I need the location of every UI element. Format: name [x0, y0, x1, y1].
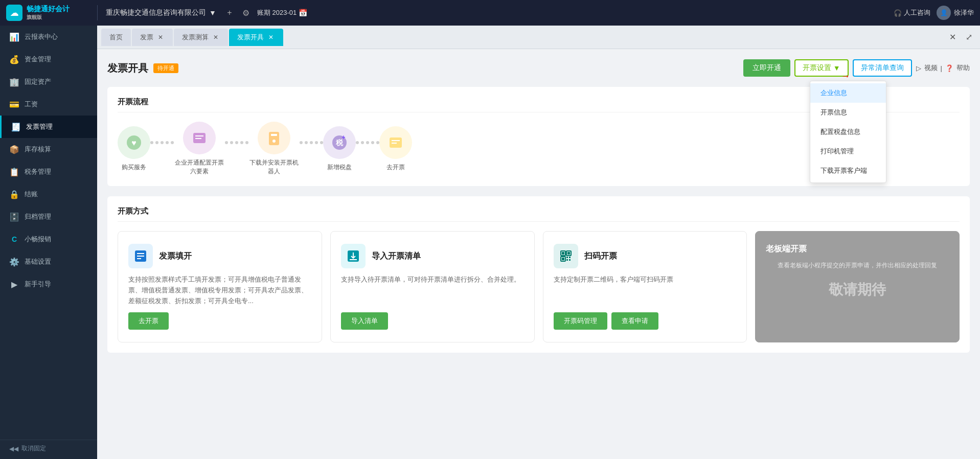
method-card-boss: 老板端开票 查看老板端小程序提交的开票申请，并作出相应的处理回复 敬请期待 [755, 231, 960, 342]
fill-invoice-icon [128, 244, 153, 268]
settings-icon[interactable]: ⚙ [239, 6, 253, 20]
svg-rect-28 [566, 259, 568, 261]
invoice-settings-button[interactable]: 开票设置 ▼ [794, 59, 849, 77]
sidebar: 📊 云报表中心 💰 资金管理 🏢 固定资产 💳 工资 🧾 发票管理 [0, 26, 97, 459]
method-fill-title: 发票填开 [159, 251, 192, 262]
sidebar-item-jichushezhi[interactable]: ⚙️ 基础设置 [0, 250, 97, 273]
tab-fapiao-close[interactable]: ✕ [156, 33, 165, 41]
step2-icon [183, 122, 216, 154]
dropdown-arrow: → [841, 71, 850, 82]
sidebar-item-guidang[interactable]: 🗄️ 归档管理 [0, 205, 97, 228]
method-qr-title: 扫码开票 [584, 251, 617, 262]
tab-maximize-button[interactable]: ⤢ [962, 30, 976, 44]
sidebar-label: 资金管理 [25, 55, 51, 64]
add-tab-button[interactable]: + [222, 6, 237, 20]
main-layout: 📊 云报表中心 💰 资金管理 🏢 固定资产 💳 工资 🧾 发票管理 [0, 26, 980, 459]
chart-icon: 📊 [9, 32, 19, 42]
connector-3 [300, 141, 323, 144]
qr-buttons: 开票码管理 查看申请 [554, 312, 737, 330]
svg-rect-25 [562, 258, 564, 260]
methods-grid: 发票填开 支持按照发票样式手工填开发票；可开具增值税电子普通发票、增值税普通发票… [118, 231, 960, 342]
divider: | [941, 64, 942, 72]
support-label: 人工咨询 [904, 8, 930, 17]
calendar-icon: 📅 [299, 9, 307, 17]
sidebar-item-jiezhang[interactable]: 🔒 结账 [0, 183, 97, 205]
tab-fapiaocesuan[interactable]: 发票测算 ✕ [174, 29, 228, 46]
sidebar-bottom-cancel[interactable]: ◀◀ 取消固定 [0, 440, 97, 459]
logo-sub: 旗舰版 [27, 14, 70, 21]
box-icon: 📦 [9, 144, 19, 154]
user-area[interactable]: 👤 徐泽华 [937, 6, 974, 20]
top-right: 🎧 人工咨询 👤 徐泽华 [894, 6, 974, 20]
view-apply-button[interactable]: 查看申请 [611, 312, 658, 330]
connector-2 [225, 141, 248, 144]
import-invoice-icon [341, 244, 366, 268]
question-icon: ❓ [945, 64, 953, 72]
flow-step-2: 企业开通配置开票六要素 [174, 122, 225, 176]
chevron-down-icon: ▼ [833, 64, 840, 72]
video-help[interactable]: ▷ 视频 | ❓ 帮助 [916, 63, 970, 73]
tab-fapiaokaiqu-label: 发票开具 [237, 33, 264, 42]
sidebar-item-baoxiao[interactable]: C 小畅报销 [0, 228, 97, 250]
tab-fapiaokaiqu-close[interactable]: ✕ [267, 33, 275, 41]
company-selector[interactable]: 重庆畅捷交通信息咨询有限公司 ▼ [102, 6, 220, 19]
top-actions: + ⚙ [222, 6, 253, 20]
svg-text:+: + [341, 134, 345, 141]
import-list-button[interactable]: 导入清单 [341, 312, 388, 330]
money-icon: 💰 [9, 54, 19, 64]
tab-fapiaocesuan-close[interactable]: ✕ [212, 33, 220, 41]
method-import-desc: 支持导入待开票清单，可对待开票清单进行拆分、合并处理。 [341, 274, 524, 285]
immediate-open-button[interactable]: 立即开通 [743, 59, 790, 77]
qr-manage-button[interactable]: 开票码管理 [554, 312, 607, 330]
tab-fapiaokaiqu[interactable]: 发票开具 ✕ [229, 29, 283, 46]
logo-text: 畅捷通好会计 旗舰版 [27, 5, 70, 21]
method-card-qr: 扫码开票 支持定制开票二维码，客户端可扫码开票 开票码管理 查看申请 [543, 231, 747, 342]
expense-icon: C [9, 234, 19, 244]
tab-fapiao[interactable]: 发票 ✕ [132, 29, 173, 46]
step5-icon [379, 126, 412, 159]
company-name: 重庆畅捷交通信息咨询有限公司 [106, 8, 206, 17]
dropdown-item-download[interactable]: 下载开票客户端 [810, 161, 886, 180]
tab-close-button[interactable]: ✕ [945, 30, 960, 44]
sidebar-item-gudingzichan[interactable]: 🏢 固定资产 [0, 71, 97, 93]
method-card-fill: 发票填开 支持按照发票样式手工填开发票；可开具增值税电子普通发票、增值税普通发票… [118, 231, 322, 342]
coming-soon-badge: 敬请期待 [766, 280, 949, 300]
dropdown-item-printer[interactable]: 打印机管理 [810, 142, 886, 161]
method-qr-desc: 支持定制开票二维码，客户端可扫码开票 [554, 274, 737, 285]
qr-invoice-icon [554, 244, 578, 268]
cancel-pin-label: 取消固定 [21, 444, 46, 453]
invoice-settings-label: 开票设置 [803, 63, 831, 73]
sidebar-item-fapiao[interactable]: 🧾 发票管理 [0, 116, 97, 138]
method-boss-title: 老板端开票 [766, 244, 807, 255]
flow-step-4: 税+ 新增税盘 [323, 126, 356, 172]
sidebar-item-kucun[interactable]: 📦 库存核算 [0, 138, 97, 160]
lock-icon: 🔒 [9, 189, 19, 199]
tab-fapiaocesuan-label: 发票测算 [182, 33, 209, 42]
flow-step-5: 去开票 [379, 126, 412, 172]
play-icon: ▶ [9, 279, 19, 289]
sidebar-label: 归档管理 [25, 212, 51, 221]
methods-title: 开票方式 [118, 206, 960, 222]
svg-text:♥: ♥ [131, 139, 136, 147]
connector-1 [150, 141, 174, 144]
tab-home[interactable]: 首页 [101, 29, 131, 46]
sidebar-item-shuiwu[interactable]: 📋 税务管理 [0, 160, 97, 183]
step4-icon: 税+ [323, 126, 356, 159]
sidebar-item-gongzi[interactable]: 💳 工资 [0, 93, 97, 116]
sidebar-item-zijin[interactable]: 💰 资金管理 [0, 48, 97, 71]
svg-rect-5 [269, 132, 279, 145]
building-icon: 🏢 [9, 77, 19, 87]
sidebar-scroll: 📊 云报表中心 💰 资金管理 🏢 固定资产 💳 工资 🧾 发票管理 [0, 26, 97, 440]
go-invoice-button[interactable]: 去开票 [128, 312, 169, 330]
sidebar-label: 发票管理 [26, 122, 53, 131]
abnormal-list-button[interactable]: 异常清单查询 [853, 59, 912, 77]
dropdown-item-company[interactable]: 企业信息 [810, 83, 886, 103]
dropdown-item-invoice-info[interactable]: 开票信息 [810, 103, 886, 122]
support-button[interactable]: 🎧 人工咨询 [894, 8, 930, 17]
invoice-icon: 🧾 [11, 122, 21, 132]
dropdown-item-tax-config[interactable]: 配置税盘信息 [810, 122, 886, 142]
sidebar-item-xinshouyindao[interactable]: ▶ 新手引导 [0, 273, 97, 295]
sidebar-item-yunbaobiao[interactable]: 📊 云报表中心 [0, 26, 97, 48]
sidebar-label: 结账 [25, 190, 38, 199]
step5-label: 去开票 [386, 163, 405, 172]
